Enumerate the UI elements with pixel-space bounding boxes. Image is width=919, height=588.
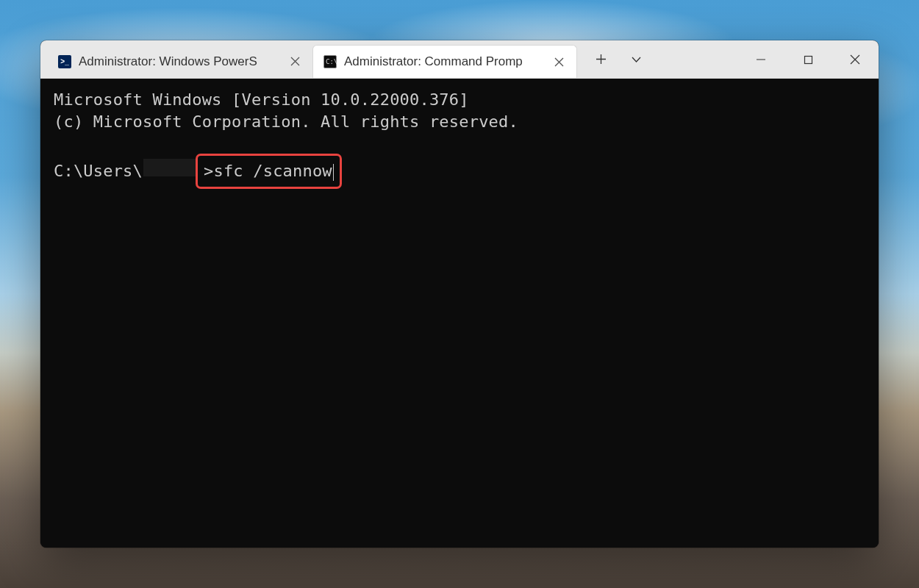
new-tab-button[interactable] [583, 40, 618, 79]
powershell-icon: >_ [58, 55, 71, 68]
tab-command-prompt[interactable]: C:\ Administrator: Command Promp [312, 45, 577, 78]
tab-powershell[interactable]: >_ Administrator: Windows PowerS [48, 45, 312, 78]
window-controls [737, 40, 879, 78]
command-highlight: >sfc /scannow [196, 154, 342, 189]
prompt-suffix: > [204, 162, 213, 180]
close-button[interactable] [832, 40, 879, 79]
terminal-output[interactable]: Microsoft Windows [Version 10.0.22000.37… [40, 79, 879, 548]
command-prompt-icon: C:\ [323, 55, 337, 68]
tab-label: Administrator: Windows PowerS [79, 54, 277, 69]
prompt-prefix: C:\Users\ [54, 160, 143, 182]
terminal-line-copyright: (c) Microsoft Corporation. All rights re… [54, 111, 865, 133]
redacted-username [143, 159, 198, 176]
minimize-button[interactable] [737, 40, 784, 79]
tab-close-button[interactable] [285, 51, 305, 72]
terminal-window: >_ Administrator: Windows PowerS C:\ Adm… [40, 40, 879, 548]
tab-label: Administrator: Command Promp [344, 54, 541, 69]
maximize-button[interactable] [784, 40, 832, 79]
terminal-prompt-line: C:\Users\>sfc /scannow [54, 154, 865, 189]
text-cursor [333, 164, 335, 181]
svg-rect-0 [804, 56, 812, 63]
typed-command: sfc /scannow [213, 162, 332, 180]
terminal-line-version: Microsoft Windows [Version 10.0.22000.37… [54, 89, 865, 111]
tab-close-button[interactable] [548, 51, 569, 72]
titlebar: >_ Administrator: Windows PowerS C:\ Adm… [40, 40, 879, 79]
tab-actions [577, 40, 654, 78]
tab-dropdown-button[interactable] [618, 40, 654, 79]
